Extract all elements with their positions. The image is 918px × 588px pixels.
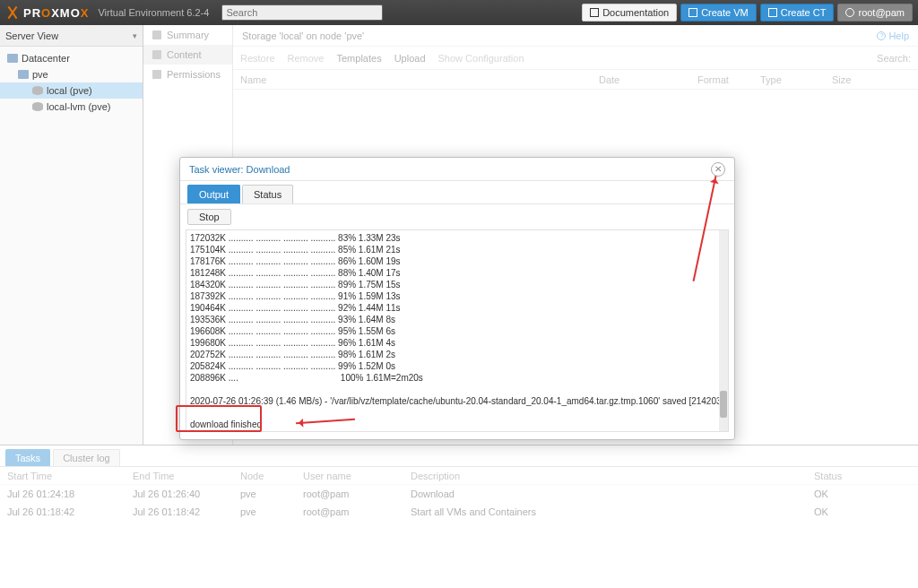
close-button[interactable]: ✕ bbox=[711, 162, 725, 177]
top-header: PROXMOX Virtual Environment 6.2-4 Docume… bbox=[0, 0, 918, 25]
doc-label: Documentation bbox=[602, 4, 669, 21]
scrollbar[interactable] bbox=[719, 230, 728, 431]
templates-button[interactable]: Templates bbox=[337, 53, 382, 64]
close-icon: ✕ bbox=[714, 164, 722, 174]
tree-storage-local-lvm[interactable]: local-lvm (pve) bbox=[0, 99, 143, 115]
output-text: 172032K .......... .......... ..........… bbox=[190, 233, 729, 432]
remove-button[interactable]: Remove bbox=[288, 53, 325, 64]
view-mode-label: Server View bbox=[5, 25, 58, 47]
tab-cluster-log[interactable]: Cluster log bbox=[53, 449, 120, 466]
nav-label: Summary bbox=[167, 25, 209, 45]
cell: Jul 26 01:24:18 bbox=[7, 489, 133, 499]
cell: pve bbox=[240, 489, 303, 499]
nav-permissions[interactable]: Permissions bbox=[143, 65, 232, 84]
task-row[interactable]: Jul 26 01:18:42 Jul 26 01:18:42 pve root… bbox=[0, 503, 918, 521]
col-type[interactable]: Type bbox=[760, 70, 832, 89]
tcol-node[interactable]: Node bbox=[240, 471, 303, 481]
content-search-label: Search: bbox=[877, 53, 911, 64]
content-title: Storage 'local' on node 'pve' bbox=[242, 25, 364, 47]
tree-node-pve[interactable]: pve bbox=[0, 66, 143, 82]
cell: Jul 26 01:18:42 bbox=[133, 506, 240, 517]
tcol-user[interactable]: User name bbox=[303, 471, 411, 481]
user-label: root@pam bbox=[858, 4, 905, 21]
node-icon bbox=[18, 70, 29, 79]
create-ct-button[interactable]: Create CT bbox=[760, 4, 835, 22]
dialog-title: Task viewer: Download bbox=[189, 164, 290, 175]
cell: pve bbox=[240, 506, 303, 517]
col-name[interactable]: Name bbox=[240, 70, 599, 89]
cell: root@pam bbox=[303, 489, 411, 499]
tree-label: local (pve) bbox=[47, 82, 92, 99]
view-mode-select[interactable]: Server View ▾ bbox=[0, 25, 143, 47]
help-icon: ? bbox=[877, 31, 886, 40]
upload-button[interactable]: Upload bbox=[394, 53, 426, 64]
tree-datacenter[interactable]: Datacenter bbox=[0, 50, 143, 66]
cell: OK bbox=[814, 506, 911, 517]
tree-label: pve bbox=[32, 66, 48, 82]
logo-icon bbox=[5, 5, 20, 20]
tree-label: Datacenter bbox=[22, 50, 70, 66]
cell: Start all VMs and Containers bbox=[411, 506, 814, 517]
tab-status[interactable]: Status bbox=[242, 185, 293, 203]
brand-right: XMO bbox=[51, 6, 81, 20]
cell: OK bbox=[814, 489, 911, 499]
help-label: Help bbox=[888, 25, 909, 47]
storage-icon bbox=[32, 86, 43, 95]
task-output[interactable]: 172032K .......... .......... ..........… bbox=[186, 229, 729, 432]
search-input[interactable] bbox=[221, 4, 383, 21]
col-size[interactable]: Size bbox=[832, 70, 911, 89]
tcol-start[interactable]: Start Time bbox=[7, 471, 133, 481]
tcol-desc[interactable]: Description bbox=[411, 471, 814, 481]
tasks-panel: Tasks Cluster log Start Time End Time No… bbox=[0, 445, 918, 588]
nav-label: Content bbox=[167, 45, 202, 65]
nav-summary[interactable]: Summary bbox=[143, 25, 232, 45]
server-icon bbox=[7, 54, 18, 63]
lock-icon bbox=[152, 70, 161, 79]
tcol-status[interactable]: Status bbox=[814, 471, 911, 481]
user-icon bbox=[845, 8, 854, 17]
tab-tasks[interactable]: Tasks bbox=[5, 449, 50, 466]
create-ct-label: Create CT bbox=[781, 4, 827, 21]
brand-o: O bbox=[41, 6, 51, 20]
tcol-end[interactable]: End Time bbox=[133, 471, 240, 481]
create-vm-button[interactable]: Create VM bbox=[680, 4, 757, 22]
cell: root@pam bbox=[303, 506, 411, 517]
task-row[interactable]: Jul 26 01:24:18 Jul 26 01:26:40 pve root… bbox=[0, 485, 918, 503]
global-search[interactable] bbox=[221, 4, 383, 21]
scroll-thumb[interactable] bbox=[720, 391, 727, 418]
tab-output[interactable]: Output bbox=[187, 185, 240, 203]
ve-version: Virtual Environment 6.2-4 bbox=[98, 7, 209, 18]
user-menu-button[interactable]: root@pam bbox=[837, 4, 913, 22]
stop-button[interactable]: Stop bbox=[187, 209, 231, 225]
cell: Download bbox=[411, 489, 814, 499]
chevron-down-icon: ▾ bbox=[133, 25, 137, 47]
restore-button[interactable]: Restore bbox=[240, 53, 275, 64]
col-date[interactable]: Date bbox=[599, 70, 697, 89]
storage-icon bbox=[32, 102, 43, 111]
tree-label: local-lvm (pve) bbox=[47, 99, 111, 115]
chart-icon bbox=[152, 30, 161, 39]
task-viewer-dialog: Task viewer: Download ✕ Output Status St… bbox=[179, 157, 735, 440]
help-button[interactable]: ?Help bbox=[877, 25, 909, 47]
book-icon bbox=[590, 8, 599, 17]
cube-icon bbox=[768, 8, 777, 17]
nav-label: Permissions bbox=[167, 65, 221, 84]
monitor-icon bbox=[688, 8, 697, 17]
create-vm-label: Create VM bbox=[701, 4, 749, 21]
nav-content[interactable]: Content bbox=[143, 45, 232, 65]
brand-x: X bbox=[81, 6, 90, 20]
col-format[interactable]: Format bbox=[697, 70, 760, 89]
tree-storage-local[interactable]: local (pve) bbox=[0, 82, 143, 99]
showcfg-button[interactable]: Show Configuration bbox=[438, 53, 524, 64]
brand-left: PR bbox=[23, 6, 41, 20]
brand: PROXMOX bbox=[23, 6, 89, 20]
documentation-button[interactable]: Documentation bbox=[582, 4, 677, 22]
grid-icon bbox=[152, 50, 161, 59]
cell: Jul 26 01:26:40 bbox=[133, 489, 240, 499]
cell: Jul 26 01:18:42 bbox=[7, 506, 133, 517]
